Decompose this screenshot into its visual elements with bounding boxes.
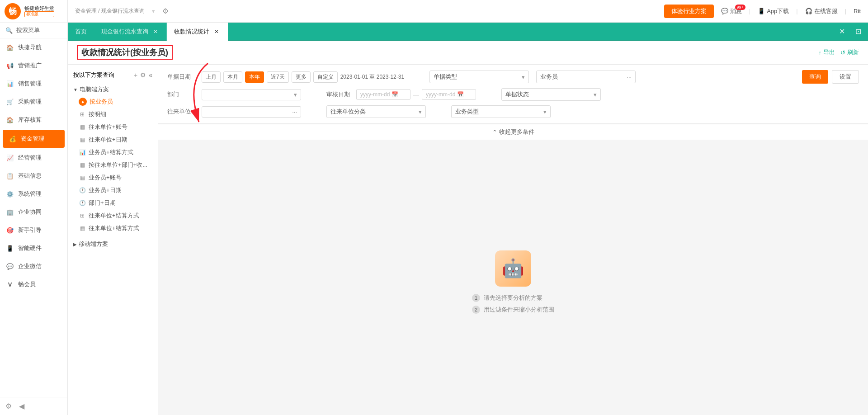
sidebar: 畅 畅捷通好生意 标准版 🔍 搜索菜单 🏠 快捷导航 📢 营销推广 📊 销售管理… [0, 0, 68, 415]
sidebar-item-basic[interactable]: 📋 基础信息 [0, 167, 67, 185]
trial-btn[interactable]: 体验行业方案 [664, 5, 714, 18]
dept-label: 部门 [167, 90, 194, 99]
tree-item-unit-method1[interactable]: ⊞ 往来单位+结算方式 [68, 209, 158, 222]
user-name[interactable]: Rit [854, 8, 861, 14]
settings-footer-icon[interactable]: ⚙ [5, 402, 12, 410]
sidebar-item-hardware[interactable]: 📱 智能硬件 [0, 239, 67, 257]
tree-item-unit-method2[interactable]: ▦ 往来单位+结算方式 [68, 222, 158, 235]
sidebar-item-guide[interactable]: 🎯 新手引导 [0, 221, 67, 239]
tree-group-desktop-title[interactable]: ▼ 电脑端方案 [68, 84, 158, 95]
expand-icon: ▼ [73, 87, 78, 92]
sidebar-item-system[interactable]: ⚙️ 系统管理 [0, 185, 67, 203]
tab-receipt[interactable]: 收款情况统计 ✕ [167, 23, 228, 41]
tree-item-sales-date[interactable]: 🕐 业务员+日期 [68, 184, 158, 197]
filter-row-1: 单据日期 上月 本月 本年 近7天 更多 自定义 2023-01-01 至 20… [167, 70, 859, 84]
online-service-btn[interactable]: 🎧 在线客服 [805, 7, 838, 15]
tab-receipt-close[interactable]: ✕ [213, 28, 220, 35]
collapse-filter-btn[interactable]: ⌃ 收起更多条件 [158, 124, 868, 140]
salesperson-select[interactable]: 业务员 ··· [536, 71, 636, 83]
messages-btn[interactable]: 💬 消息 99+ [721, 7, 742, 15]
query-btn[interactable]: 查询 [802, 70, 828, 84]
date-btn-this-month[interactable]: 本月 [223, 71, 242, 83]
tree-item-by-salesperson[interactable]: ● 按业务员 [68, 95, 158, 108]
dept-date-icon: 🕐 [79, 199, 86, 207]
settings-btn[interactable]: 设置 [832, 70, 859, 84]
date-btn-custom[interactable]: 自定义 [313, 71, 338, 83]
calendar-icon: 📅 [392, 91, 398, 98]
partner-category-select[interactable]: 往来单位分类 ▾ [326, 105, 426, 118]
tree-item-unit-account[interactable]: ▦ 往来单位+账号 [68, 121, 158, 133]
sidebar-item-sales[interactable]: 📊 销售管理 [0, 75, 67, 93]
collapse-icon: ⌃ [492, 129, 497, 136]
empty-hint: 🤖 1 请先选择要分析的方案 2 用过滤条件来缩小分析范围 [472, 250, 554, 314]
wechat-icon: 💬 [5, 262, 14, 271]
tree-item-dept-date[interactable]: 🕐 部门+日期 [68, 197, 158, 209]
left-panel: 按以下方案查询 + ⚙ « ▼ 电脑端方案 ● 按业务员 [68, 65, 158, 415]
maximize-icon[interactable]: ⊡ [852, 25, 864, 38]
export-btn[interactable]: ↑ 导出 [819, 48, 835, 57]
doc-status-select[interactable]: 单据状态 ▾ [501, 88, 601, 101]
left-panel-header: 按以下方案查询 + ⚙ « [68, 68, 158, 82]
filter-area: 单据日期 上月 本月 本年 近7天 更多 自定义 2023-01-01 至 20… [158, 65, 868, 124]
app-download-btn[interactable]: 📱 App下载 [758, 7, 789, 15]
dept-arrow: ▾ [294, 91, 297, 98]
sidebar-search[interactable]: 🔍 搜索菜单 [0, 23, 67, 38]
tab-bank[interactable]: 现金银行流水查询 ✕ [94, 23, 167, 41]
tree-group-desktop: ▼ 电脑端方案 ● 按业务员 ⊞ 按明细 ▦ 往来单位+账号 [68, 82, 158, 236]
sidebar-item-purchase[interactable]: 🛒 采购管理 [0, 93, 67, 111]
page-title: 收款情况统计(按业务员) [77, 45, 173, 60]
sidebar-item-wechat[interactable]: 💬 企业微信 [0, 257, 67, 275]
tree-item-sales-account[interactable]: ▦ 业务员+账号 [68, 171, 158, 184]
sidebar-item-finance[interactable]: 💰 资金管理 [3, 130, 65, 148]
settings-icon[interactable]: ⚙ [162, 7, 169, 15]
sales-date-icon: 🕐 [79, 187, 86, 194]
tree-item-sales-method[interactable]: 📊 业务员+结算方式 [68, 146, 158, 159]
tree-item-by-detail[interactable]: ⊞ 按明细 [68, 108, 158, 121]
sidebar-item-operation[interactable]: 📈 经营管理 [0, 149, 67, 167]
sidebar-nav: 📢 营销推广 📊 销售管理 🛒 采购管理 🏠 库存核算 💰 资金管理 📈 经营管… [0, 57, 67, 397]
sidebar-item-company[interactable]: 🏢 企业协同 [0, 203, 67, 221]
sidebar-item-inventory[interactable]: 🏠 库存核算 [0, 111, 67, 129]
detail-icon: ⊞ [79, 111, 86, 118]
date-btn-7days[interactable]: 近7天 [267, 71, 289, 83]
tabbar-right: ✕ ⊡ [835, 25, 868, 38]
scheme-settings-icon[interactable]: ⚙ [140, 71, 146, 79]
add-scheme-icon[interactable]: + [134, 71, 137, 79]
active-dot-icon: ● [79, 98, 87, 106]
refresh-btn[interactable]: ↺ 刷新 [840, 48, 859, 57]
date-btn-this-year[interactable]: 本年 [245, 71, 264, 83]
collapse-panel-icon[interactable]: « [149, 71, 152, 79]
date-btn-more[interactable]: 更多 [292, 71, 311, 83]
filter-actions: 查询 设置 [802, 70, 859, 84]
sidebar-item-marketing[interactable]: 📢 营销推广 [0, 57, 67, 75]
audit-date-to[interactable]: yyyy-mm-dd 📅 [422, 89, 476, 100]
sidebar-item-member[interactable]: V 畅会员 [0, 275, 67, 293]
sidebar-item-quick-nav[interactable]: 🏠 快捷导航 [0, 38, 67, 57]
date-btn-last-month[interactable]: 上月 [202, 71, 221, 83]
business-type-select[interactable]: 业务类型 ▾ [451, 105, 551, 118]
page-header-actions: ↑ 导出 ↺ 刷新 [819, 48, 859, 57]
tree-item-unit-date[interactable]: ▦ 往来单位+日期 [68, 133, 158, 146]
partner-select[interactable]: ··· [202, 106, 301, 118]
separator2: | [796, 8, 797, 14]
search-icon: 🔍 [5, 27, 13, 34]
service-icon: 🎧 [805, 8, 812, 14]
tree-group-mobile: ▶ 移动端方案 [68, 236, 158, 252]
dept-select[interactable]: ▾ [202, 89, 301, 100]
topbar-actions: 体验行业方案 💬 消息 99+ | 📱 App下载 | 🎧 在线客服 | Rit [664, 5, 861, 18]
company-icon: 🏢 [5, 208, 14, 217]
audit-date-from[interactable]: yyyy-mm-dd 📅 [356, 89, 410, 100]
doc-status-arrow: ▾ [594, 91, 597, 98]
logo-icon: 畅 [5, 3, 21, 19]
page-header: 收款情况统计(按业务员) ↑ 导出 ↺ 刷新 [68, 41, 868, 65]
tree-item-unit-dept[interactable]: ▦ 按往来单位+部门+收... [68, 159, 158, 171]
member-icon: V [5, 280, 14, 289]
close-window-icon[interactable]: ✕ [835, 25, 848, 38]
unit-dept-icon: ▦ [79, 161, 86, 169]
tab-bank-close[interactable]: ✕ [152, 28, 159, 35]
tab-home[interactable]: 首页 [68, 28, 94, 36]
collapse-sidebar-icon[interactable]: ◀ [19, 402, 24, 410]
doc-type-select[interactable]: 单据类型 ▾ [429, 71, 529, 83]
hint-steps: 1 请先选择要分析的方案 2 用过滤条件来缩小分析范围 [472, 294, 554, 314]
tree-group-mobile-title[interactable]: ▶ 移动端方案 [68, 238, 158, 250]
